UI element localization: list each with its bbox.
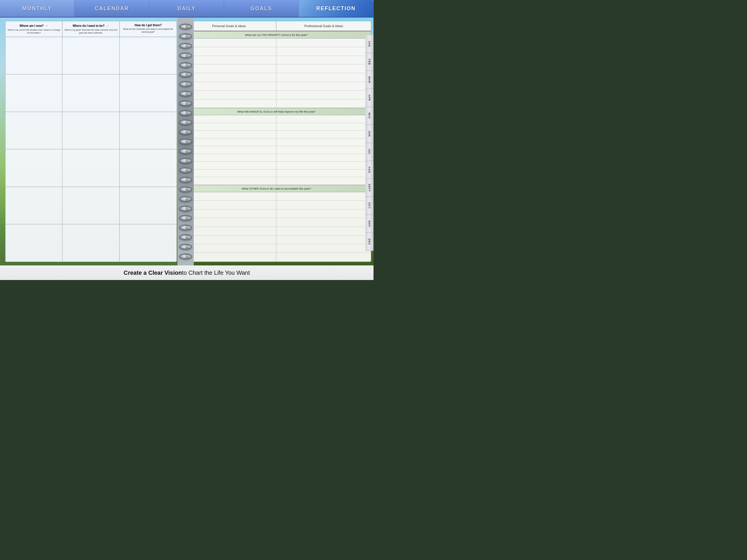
month-tab-feb[interactable]: FEB — [365, 53, 374, 71]
lp-cell[interactable] — [120, 187, 177, 224]
goal-line[interactable] — [182, 162, 276, 169]
goal-line[interactable] — [182, 209, 276, 218]
lp-cell[interactable] — [62, 112, 119, 149]
lp-cell[interactable] — [62, 37, 119, 74]
lp-cell[interactable] — [62, 149, 119, 187]
goal-line[interactable] — [182, 64, 276, 73]
month-tab-oct[interactable]: OCT — [365, 197, 374, 215]
month-tab-jan[interactable]: JAN — [365, 35, 374, 53]
goal-line[interactable] — [276, 209, 371, 218]
goal-line[interactable] — [276, 192, 371, 201]
goal-line[interactable] — [276, 82, 371, 91]
lp-cell[interactable] — [5, 37, 62, 74]
goal-line[interactable] — [276, 47, 371, 56]
tab-goals[interactable]: GOALS — [224, 0, 299, 17]
month-tab-nov[interactable]: NOV — [365, 215, 374, 233]
goal-line[interactable] — [182, 227, 276, 236]
spiral-ring — [179, 91, 192, 97]
goal-line[interactable] — [182, 123, 276, 131]
lp-cell[interactable] — [120, 112, 177, 149]
lp-cell[interactable] — [5, 149, 62, 187]
goal-line[interactable] — [182, 177, 276, 185]
goal-line[interactable] — [182, 38, 276, 47]
tab-monthly[interactable]: MONTHLY — [0, 0, 75, 17]
goal-line[interactable] — [276, 131, 371, 138]
month-tab-jul[interactable]: JUL — [365, 143, 374, 161]
goal-line[interactable] — [276, 73, 371, 82]
goal-line[interactable] — [182, 115, 276, 123]
lp-cell[interactable] — [5, 74, 62, 112]
bottom-caption: Create a Clear Vision to Chart the Life … — [0, 265, 374, 280]
goal-line[interactable] — [276, 177, 371, 185]
lp-cell[interactable] — [120, 74, 177, 112]
goal-line[interactable] — [276, 100, 371, 108]
subtext-3: What are the essential next steps to acc… — [121, 28, 175, 33]
goal-line[interactable] — [182, 56, 276, 65]
lp-cell[interactable] — [5, 187, 62, 224]
lp-cell[interactable] — [5, 112, 62, 149]
month-tab-mar[interactable]: MAR — [365, 71, 374, 89]
spiral-ring — [179, 24, 192, 29]
meaningful-goals-section: What MEANINGFUL GOALS will help improve … — [182, 108, 371, 185]
goal-line[interactable] — [276, 123, 371, 131]
goal-line[interactable] — [182, 138, 276, 146]
goal-line[interactable] — [276, 218, 371, 227]
lp-cell[interactable] — [62, 224, 119, 262]
goal-line[interactable] — [182, 82, 276, 91]
spiral-ring — [179, 196, 192, 202]
goal-line[interactable] — [182, 154, 276, 162]
goal-line[interactable] — [182, 146, 276, 154]
goal-line[interactable] — [182, 192, 276, 201]
top-priority-lines — [182, 38, 371, 108]
month-tab-sept[interactable]: SEPT — [365, 179, 374, 197]
goal-line[interactable] — [276, 115, 371, 123]
goal-line[interactable] — [276, 91, 371, 100]
month-tab-apr[interactable]: APR — [365, 89, 374, 107]
lp-cell[interactable] — [62, 74, 119, 112]
month-tab-jun[interactable]: JUN — [365, 125, 374, 143]
month-tab-dec[interactable]: DEC — [365, 233, 374, 251]
month-tab-aug[interactable]: AUG — [365, 161, 374, 179]
goal-line[interactable] — [276, 138, 371, 146]
goal-line[interactable] — [182, 91, 276, 100]
goal-line[interactable] — [182, 218, 276, 227]
tab-calendar[interactable]: CALENDAR — [75, 0, 149, 17]
other-goals-section: What OTHER GOALS do I plan to accomplish… — [182, 185, 371, 262]
other-goals-lines — [182, 192, 371, 262]
tab-daily[interactable]: DAILY — [149, 0, 224, 17]
goal-line[interactable] — [182, 253, 276, 262]
professional-meaningful-col — [276, 115, 371, 185]
goal-line[interactable] — [276, 169, 371, 177]
goal-line[interactable] — [276, 146, 371, 154]
goal-line[interactable] — [276, 236, 371, 244]
goal-line[interactable] — [276, 154, 371, 162]
goal-line[interactable] — [276, 64, 371, 73]
goal-line[interactable] — [182, 169, 276, 177]
goal-line[interactable] — [182, 236, 276, 244]
goal-line[interactable] — [276, 253, 371, 262]
lp-cell[interactable] — [62, 187, 119, 224]
lp-cell[interactable] — [120, 149, 177, 187]
goal-line[interactable] — [182, 47, 276, 56]
goal-line[interactable] — [276, 201, 371, 209]
goal-line[interactable] — [276, 56, 371, 65]
lp-cell[interactable] — [120, 224, 177, 262]
other-goals-header: What OTHER GOALS do I plan to accomplish… — [182, 185, 371, 192]
lp-cell[interactable] — [120, 37, 177, 74]
goal-line[interactable] — [182, 201, 276, 209]
top-priority-header: What are my TOP PRIORITY GOALS for this … — [182, 31, 371, 38]
goal-line[interactable] — [276, 244, 371, 253]
goal-line[interactable] — [182, 73, 276, 82]
month-tabs: JAN FEB MAR APR MAY JUN JUL AUG SEPT OCT… — [365, 35, 374, 251]
lp-row-5 — [5, 187, 177, 224]
tab-reflection[interactable]: REFLECTION — [299, 0, 374, 17]
lp-cell[interactable] — [5, 224, 62, 262]
goal-line[interactable] — [276, 162, 371, 169]
goal-line[interactable] — [276, 38, 371, 47]
goal-line[interactable] — [182, 100, 276, 108]
month-tab-may[interactable]: MAY — [365, 107, 374, 125]
goal-line[interactable] — [182, 244, 276, 253]
goal-line[interactable] — [276, 227, 371, 236]
left-page: Where am I now? → What is my current lif… — [0, 18, 179, 265]
goal-line[interactable] — [182, 131, 276, 138]
